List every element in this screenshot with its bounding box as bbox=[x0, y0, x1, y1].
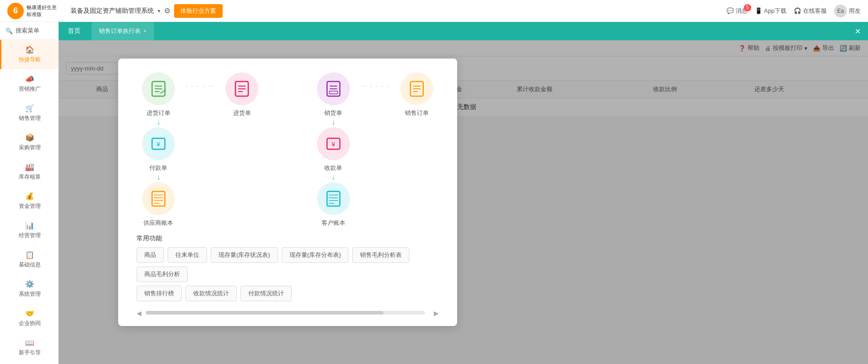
sidebar-item-base[interactable]: 📋 基础信息 bbox=[0, 245, 58, 274]
search-menu-item[interactable]: 🔍 搜索菜单 bbox=[0, 22, 58, 40]
settings-gear-btn[interactable]: ⚙ bbox=[164, 6, 170, 15]
message-badge: 5 bbox=[744, 4, 751, 11]
system-name: 装备及固定资产辅助管理系统 bbox=[71, 7, 154, 15]
func-btn-sales-ranking[interactable]: 销售排行榜 bbox=[136, 286, 182, 301]
sidebar-item-sales[interactable]: 🛒 销售管理 bbox=[0, 98, 58, 128]
quick-nav-icon: 🏠 bbox=[25, 45, 34, 54]
sidebar-item-marketing[interactable]: 📣 营销推广 bbox=[0, 69, 58, 98]
inventory-icon: 🏭 bbox=[25, 163, 34, 171]
dashed-arrow-left: ← - - - - bbox=[361, 82, 390, 89]
flow-node-customer-account: 客户账本 bbox=[317, 182, 350, 227]
func-btn-goods[interactable]: 商品 bbox=[136, 247, 164, 263]
svg-text:¥: ¥ bbox=[331, 141, 335, 148]
sidebar: 🔍 搜索菜单 🏠 快捷导航 📣 营销推广 🛒 销售管理 📦 采购管理 🏭 bbox=[0, 22, 59, 364]
common-funcs-section: 常用功能 商品 往来单位 现存量(库存状况表) 现存量(库存分布表) 销售毛利分… bbox=[136, 234, 439, 301]
sales-order-label: 销售订单 bbox=[405, 109, 429, 117]
func-btn-goods-profit[interactable]: 商品毛利分析 bbox=[136, 266, 188, 282]
purchase-icon: 📦 bbox=[25, 133, 34, 142]
arrow-v3: ↓ bbox=[332, 118, 335, 126]
flow-col-right: 销售订单 bbox=[400, 72, 433, 117]
app-download-btn[interactable]: 📱 App下载 bbox=[755, 7, 786, 15]
sidebar-item-label-inventory: 库存核算 bbox=[19, 173, 41, 181]
svg-rect-18 bbox=[329, 91, 338, 94]
dashed-arrow-right: - - - - → bbox=[186, 82, 215, 89]
sales-bill-label: 销货单 bbox=[324, 109, 342, 117]
collab-icon: 🤝 bbox=[25, 309, 34, 318]
modal-overlay[interactable]: 进货订单 ↓ ¥ 付款单 ↓ bbox=[59, 40, 868, 364]
sidebar-item-purchase[interactable]: 📦 采购管理 bbox=[0, 128, 58, 157]
user-area[interactable]: Ea 用友 bbox=[834, 5, 861, 17]
sales-order-circle bbox=[400, 72, 433, 105]
search-menu-label: 搜索菜单 bbox=[16, 27, 39, 35]
sidebar-item-quick-nav[interactable]: 🏠 快捷导航 bbox=[0, 40, 58, 69]
flow-col-mid-left: 进货单 bbox=[225, 72, 258, 117]
sidebar-item-label-sales: 销售管理 bbox=[19, 114, 41, 122]
flow-node-purchase-bill2: 进货单 bbox=[225, 72, 258, 117]
tab-home[interactable]: 首页 bbox=[59, 22, 90, 40]
tab-current[interactable]: 销售订单执行表 × bbox=[92, 22, 154, 40]
logo-area: 6 畅康通好生意 标准版 bbox=[7, 3, 66, 19]
logo-char: 6 bbox=[13, 6, 18, 16]
finance-icon: 💰 bbox=[25, 192, 34, 201]
h-arrow-area-left: - - - - → bbox=[186, 72, 215, 89]
sidebar-item-collab[interactable]: 🤝 企业协同 bbox=[0, 304, 58, 333]
operation-icon: 📊 bbox=[25, 221, 34, 230]
sidebar-item-inventory[interactable]: 🏭 库存核算 bbox=[0, 157, 58, 186]
sidebar-item-finance[interactable]: 💰 资金管理 bbox=[0, 186, 58, 216]
receipt-bill-label: 收款单 bbox=[324, 164, 342, 172]
scrollbar-thumb[interactable] bbox=[146, 311, 383, 315]
logo-line1: 畅康通好生意 bbox=[27, 4, 57, 11]
trial-button[interactable]: 体验行业方案 bbox=[174, 4, 223, 18]
receipt-circle: ¥ bbox=[317, 127, 350, 160]
func-btn-payment-stat[interactable]: 付款情况统计 bbox=[240, 286, 292, 301]
purchase-bill-circle bbox=[225, 72, 258, 105]
main-area: 🔍 搜索菜单 🏠 快捷导航 📣 营销推广 🛒 销售管理 📦 采购管理 🏭 bbox=[0, 22, 868, 364]
scroll-right-arrow[interactable]: ▶ bbox=[434, 310, 439, 317]
online-service-btn[interactable]: 🎧 在线客服 bbox=[794, 7, 827, 15]
sales-icon: 🛒 bbox=[25, 104, 34, 113]
sidebar-item-guide[interactable]: 📖 新手引导 bbox=[0, 333, 58, 362]
func-btn-stock-dist[interactable]: 现存量(库存分布表) bbox=[282, 247, 349, 263]
sidebar-item-label-operation: 经营管理 bbox=[19, 232, 41, 239]
func-btn-counterparty[interactable]: 往来单位 bbox=[168, 247, 207, 263]
tab-bar-close-btn[interactable]: ✕ bbox=[847, 27, 868, 36]
tab-bar: 首页 销售订单执行表 × ✕ bbox=[59, 22, 868, 40]
message-btn[interactable]: 💬 消息 5 bbox=[726, 7, 748, 15]
sidebar-item-operation[interactable]: 📊 经营管理 bbox=[0, 216, 58, 245]
sales-bill-circle bbox=[317, 72, 350, 105]
modal-scrollbar-area: ◀ ▶ bbox=[136, 308, 439, 317]
tab-close-icon[interactable]: × bbox=[143, 28, 147, 34]
system-title: 装备及固定资产辅助管理系统 ▾ ⚙ bbox=[71, 6, 170, 15]
flow-diagram: 进货订单 ↓ ¥ 付款单 ↓ bbox=[136, 72, 439, 227]
sidebar-item-label-collab: 企业协同 bbox=[19, 320, 41, 327]
sidebar-item-label-system: 系统管理 bbox=[19, 290, 41, 298]
app-download-label: App下载 bbox=[764, 7, 786, 15]
sidebar-item-label-purchase: 采购管理 bbox=[19, 144, 41, 152]
purchase-bill-label: 进货单 bbox=[233, 109, 251, 117]
flow-node-supplier-account: 供应商账本 bbox=[142, 182, 175, 227]
flow-node-sales-bill: 销货单 bbox=[317, 72, 350, 117]
func-buttons-row1: 商品 往来单位 现存量(库存状况表) 现存量(库存分布表) 销售毛利分析表 商品… bbox=[136, 247, 439, 282]
download-icon: 📱 bbox=[755, 7, 762, 14]
user-avatar: Ea bbox=[834, 5, 847, 17]
logo-text: 畅康通好生意 标准版 bbox=[27, 4, 57, 17]
user-initials: Ea bbox=[837, 8, 844, 14]
supplier-circle bbox=[142, 182, 175, 215]
flow-modal: 进货订单 ↓ ¥ 付款单 ↓ bbox=[118, 59, 457, 326]
customer-circle bbox=[317, 182, 350, 215]
scrollbar-track[interactable] bbox=[146, 311, 425, 315]
func-btn-stock-status[interactable]: 现存量(库存状况表) bbox=[211, 247, 278, 263]
common-funcs-title: 常用功能 bbox=[136, 234, 439, 243]
sidebar-item-label-base: 基础信息 bbox=[19, 261, 41, 269]
func-btn-sales-profit[interactable]: 销售毛利分析表 bbox=[352, 247, 409, 263]
h-arrow-area-right: ← - - - - bbox=[361, 72, 390, 89]
payment-bill-label: 付款单 bbox=[149, 164, 167, 172]
scroll-left-arrow[interactable]: ◀ bbox=[136, 310, 142, 317]
sidebar-item-system[interactable]: ⚙️ 系统管理 bbox=[0, 274, 58, 304]
func-buttons-row2: 销售排行榜 收款情况统计 付款情况统计 bbox=[136, 286, 439, 301]
online-service-label: 在线客服 bbox=[803, 7, 827, 15]
flow-node-receipt-bill: ¥ 收款单 bbox=[317, 127, 350, 172]
flow-node-sales-order: 销售订单 bbox=[400, 72, 433, 117]
func-btn-receipt-stat[interactable]: 收款情况统计 bbox=[186, 286, 237, 301]
system-dropdown-btn[interactable]: ▾ bbox=[158, 8, 160, 14]
